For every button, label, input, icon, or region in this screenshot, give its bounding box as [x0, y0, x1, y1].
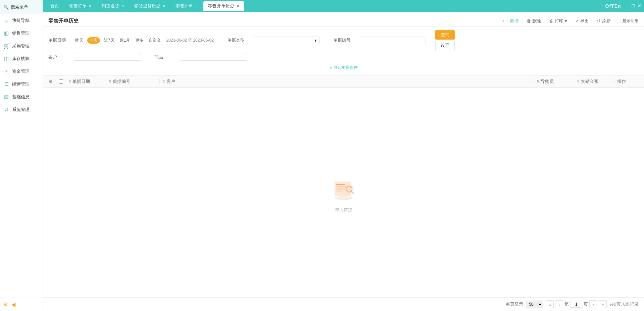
tab-sales-return[interactable]: 销货退货 ✕ [97, 1, 129, 11]
tab-sales-order[interactable]: 销售订单 ✕ [64, 1, 96, 11]
tab-sales-order-close[interactable]: ✕ [89, 4, 92, 8]
date-btn-custom[interactable]: 自定义 [147, 37, 162, 44]
next-page-button[interactable]: › [589, 300, 597, 308]
page-label: 页 [584, 301, 588, 307]
tab-retail-open-history[interactable]: 零售开单历史 ✕ [203, 1, 244, 11]
col-header-guide[interactable]: ⇅ 导购员 [534, 79, 574, 85]
filter-area: 单据日期 昨天 今天 近7天 近1月 更多 自定义 2023-06-02 至 2… [43, 27, 644, 75]
tab-retail-open[interactable]: 零售开单 ✕ [171, 1, 203, 11]
tab-retail-open-close[interactable]: ✕ [195, 4, 198, 8]
select-all-checkbox[interactable] [59, 79, 63, 84]
base-info-icon: ▤ [3, 94, 9, 100]
empty-state-illustration [329, 172, 359, 203]
date-btn-today[interactable]: 今天 [87, 37, 100, 44]
inventory-icon: ◫ [3, 56, 9, 62]
export-button[interactable]: ↗ 导出 [573, 17, 591, 25]
col-checkbox[interactable] [56, 79, 66, 84]
window-controls: － □ ✕ [625, 3, 641, 9]
settings-gear-icon[interactable]: ⚙ [3, 301, 8, 308]
tab-sales-return-history-label: 销货退货历史 [134, 3, 160, 9]
product-placeholder: ··· [183, 54, 187, 59]
refresh-button[interactable]: ↺ 刷新 [595, 17, 613, 25]
sidebar-item-label: 经营管理 [12, 81, 30, 87]
add-icon: + [502, 18, 505, 23]
sidebar-item-quick-nav[interactable]: ⌂ 快捷导航 [0, 14, 43, 27]
first-page-button[interactable]: « [546, 300, 554, 308]
settings-button[interactable]: 设置 [435, 41, 455, 50]
date-btn-last7[interactable]: 近7天 [103, 37, 116, 44]
print-button[interactable]: 🖨 打印 ▾ [547, 17, 569, 25]
date-btn-yesterday[interactable]: 昨天 [74, 37, 85, 44]
sort-icon: ⇅ [162, 80, 165, 83]
col-customer-label: 客户 [166, 79, 175, 85]
page-label-pre: 第 [564, 301, 569, 307]
finance-icon: ⊡ [3, 68, 9, 74]
sidebar-item-label: 系统管理 [12, 107, 30, 113]
maximize-button[interactable]: □ [632, 3, 635, 9]
sales-icon: ◧ [3, 30, 9, 36]
tab-sales-return-history[interactable]: 销货退货历史 ✕ [130, 1, 170, 11]
close-button[interactable]: ✕ [637, 3, 641, 9]
bill-type-label: 单据类型 [227, 37, 246, 43]
bill-num-input[interactable] [359, 37, 426, 44]
sidebar-item-base-info[interactable]: ▤ 基础信息 [0, 91, 43, 103]
tab-home[interactable]: 首页 [46, 1, 64, 11]
sidebar-item-purchase-mgmt[interactable]: 🛒 采购管理 [0, 40, 43, 52]
col-header-date[interactable]: ⇅ 单据日期 [66, 79, 106, 85]
sidebar-collapse-icon[interactable]: ◀ [11, 301, 15, 308]
sidebar-item-inventory[interactable]: ◫ 库存核算 [0, 52, 43, 65]
page-nav: « ‹ 第 页 › » [546, 300, 607, 308]
tab-sales-return-close[interactable]: ✕ [121, 4, 124, 8]
prev-page-icon: ‹ [558, 302, 560, 307]
page-number-input[interactable] [570, 301, 582, 308]
minimize-button[interactable]: － [625, 3, 629, 9]
tab-sales-return-history-close[interactable]: ✕ [162, 4, 165, 8]
sys-icon: ↺ [3, 107, 9, 113]
date-btn-last-month[interactable]: 近1月 [118, 37, 132, 44]
col-header-customer[interactable]: ⇅ 客户 [160, 79, 534, 85]
refresh-icon: ↺ [597, 18, 601, 23]
bill-num-label: 单据编号 [333, 37, 352, 43]
tab-bar: 首页 销售订单 ✕ 销货退货 ✕ 销货退货历史 ✕ 零售开单 ✕ 零售开单历史 … [43, 0, 644, 12]
table-container: ⚙ ⇅ 单据日期 ⇅ 单据编号 ⇅ 客户 ⇅ 导购员 [43, 75, 644, 311]
sidebar-item-finance[interactable]: ⊡ 资金管理 [0, 65, 43, 78]
delete-icon: 🗑 [527, 18, 531, 23]
sidebar: 🔍 搜索采单 ⌂ 快捷导航 ◧ 销售管理 🛒 采购管理 ◫ 库存核算 ⊡ 资金管… [0, 0, 43, 311]
product-select[interactable]: ··· [180, 53, 247, 61]
sidebar-item-operations[interactable]: ☰ 经营管理 [0, 78, 43, 91]
product-label: 商品 [154, 54, 173, 60]
last-page-button[interactable]: » [599, 300, 607, 308]
collapse-bar[interactable]: ∧ 收起更多条件 [48, 63, 639, 72]
brand-logo: OfTEn [605, 3, 621, 9]
tab-bar-right: OfTEn － □ ✕ [605, 3, 641, 9]
print-arrow-icon: ▾ [565, 18, 567, 23]
query-button[interactable]: 查询 [435, 30, 455, 40]
col-header-num[interactable]: ⇅ 单据编号 [106, 79, 160, 85]
col-settings-icon[interactable]: ⚙ [46, 79, 56, 84]
add-button[interactable]: + + 新增 [500, 17, 521, 25]
delete-button[interactable]: 🗑 删除 [525, 17, 543, 25]
sidebar-item-sys-mgmt[interactable]: ↺ 系统管理 [0, 103, 43, 116]
show-detail-checkbox[interactable]: 显示明细 [617, 18, 639, 24]
toolbar: + + 新增 🗑 删除 🖨 打印 ▾ ↗ 导出 ↺ [500, 17, 639, 25]
sidebar-search[interactable]: 🔍 搜索采单 [0, 0, 43, 14]
date-range-display: 2023-06-02 至 2023-06-02 [166, 38, 213, 43]
prev-page-button[interactable]: ‹ [555, 300, 563, 308]
show-detail-input[interactable] [617, 19, 621, 23]
page-size-select[interactable]: 50 100 200 [526, 301, 543, 308]
col-header-amount: ⇅ 实销金额 [574, 79, 614, 85]
customer-placeholder: ··· [77, 54, 81, 59]
collapse-label: 收起更多条件 [334, 65, 358, 70]
main-area: 首页 销售订单 ✕ 销货退货 ✕ 销货退货历史 ✕ 零售开单 ✕ 零售开单历史 … [43, 0, 644, 311]
tab-retail-open-history-close[interactable]: ✕ [236, 4, 239, 8]
sidebar-item-label: 库存核算 [12, 56, 30, 62]
date-btn-more[interactable]: 更多 [134, 37, 145, 44]
print-icon: 🖨 [549, 18, 553, 23]
bill-type-select[interactable]: ▾ [253, 37, 320, 44]
tab-retail-open-label: 零售开单 [176, 3, 193, 9]
page-header: 零售开单历史 + + 新增 🗑 删除 🖨 打印 ▾ ↗ 导出 [43, 12, 644, 27]
sidebar-item-label: 快捷导航 [12, 17, 30, 23]
page-title: 零售开单历史 [48, 18, 79, 24]
sidebar-item-sales-mgmt[interactable]: ◧ 销售管理 [0, 27, 43, 40]
customer-select[interactable]: ··· [74, 53, 141, 61]
